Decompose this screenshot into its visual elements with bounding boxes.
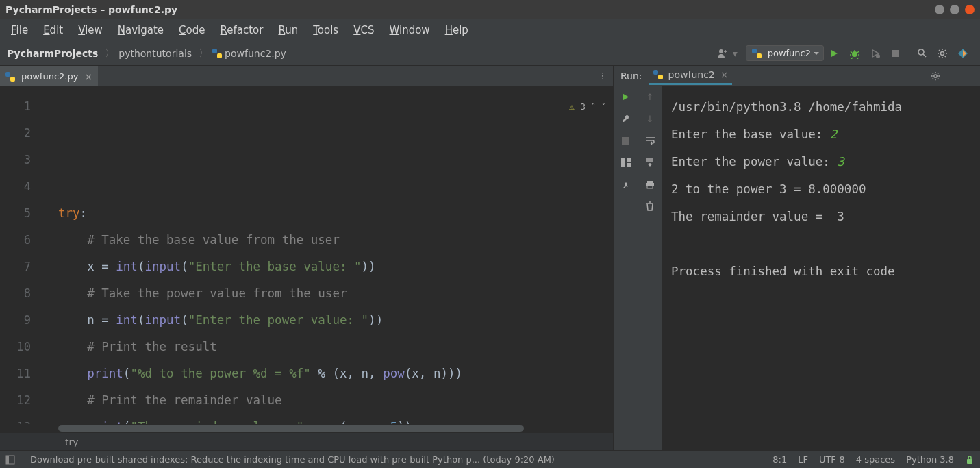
svg-rect-3 [892, 50, 899, 57]
search-everywhere-icon[interactable] [916, 47, 928, 60]
file-encoding[interactable]: UTF-8 [819, 454, 845, 465]
navigation-bar: PycharmProjects 〉 pythontutorials 〉 powf… [0, 41, 980, 66]
svg-rect-9 [627, 158, 631, 162]
svg-point-5 [941, 51, 944, 55]
editor-tab-row: powfunc2.py × ⋮ [0, 66, 613, 86]
up-arrow-icon[interactable]: ↑ [644, 90, 656, 103]
menu-help[interactable]: Help [438, 21, 475, 39]
status-bar: Download pre-built shared indexes: Reduc… [0, 450, 980, 468]
status-message[interactable]: Download pre-built shared indexes: Reduc… [30, 454, 555, 465]
run-button[interactable] [828, 47, 840, 60]
wrench-icon[interactable] [620, 112, 632, 125]
python-icon [752, 49, 762, 58]
console-output[interactable]: /usr/bin/python3.8 /home/fahmidaEnter th… [662, 86, 980, 450]
svg-rect-11 [647, 181, 653, 183]
menu-tools[interactable]: Tools [306, 21, 345, 39]
title-bar: PycharmProjects – powfunc2.py [0, 0, 980, 19]
menu-view[interactable]: View [71, 21, 110, 39]
trash-icon[interactable] [644, 200, 656, 212]
breadcrumb-root[interactable]: PycharmProjects [7, 48, 98, 59]
svg-point-4 [918, 49, 924, 55]
menu-run[interactable]: Run [271, 21, 305, 39]
python-file-icon [212, 49, 222, 58]
scroll-to-end-icon[interactable] [644, 156, 656, 169]
breadcrumb-file[interactable]: powfunc2.py [225, 48, 286, 59]
run-toolbar-left [614, 86, 638, 450]
maximize-button[interactable] [950, 5, 959, 14]
stop-button[interactable] [890, 47, 902, 60]
run-configuration-selector[interactable]: powfunc2 [746, 45, 824, 61]
file-tab[interactable]: powfunc2.py × [0, 66, 98, 86]
line-ending[interactable]: LF [798, 454, 808, 465]
line-gutter: 12345678910111213 [0, 86, 38, 424]
run-title: Run: [620, 71, 642, 82]
interpreter[interactable]: Python 3.8 [906, 454, 954, 465]
close-tab-icon[interactable]: × [84, 71, 92, 82]
menu-vcs[interactable]: VCS [347, 21, 381, 39]
layout-icon[interactable] [620, 156, 632, 169]
svg-point-6 [934, 74, 937, 77]
rerun-icon[interactable] [620, 90, 632, 103]
stop-icon[interactable] [620, 134, 632, 147]
run-tab[interactable]: powfunc2 × [649, 66, 733, 85]
menu-file[interactable]: File [4, 21, 35, 39]
editor-pane: powfunc2.py × ⋮ 12345678910111213 ⚠3 ˄˅ … [0, 66, 613, 450]
indent-setting[interactable]: 4 spaces [856, 454, 895, 465]
code-editor[interactable]: 12345678910111213 ⚠3 ˄˅ try: # Take the … [0, 86, 613, 424]
ide-logo-icon[interactable] [957, 47, 969, 60]
fold-gutter [38, 86, 58, 424]
window-title: PycharmProjects – powfunc2.py [5, 4, 177, 15]
print-icon[interactable] [644, 178, 656, 190]
menu-bar: FileEditViewNavigateCodeRefactorRunTools… [0, 19, 980, 41]
add-user-icon[interactable] [716, 47, 729, 60]
tool-windows-icon[interactable] [5, 455, 15, 465]
svg-point-2 [876, 54, 880, 58]
python-icon [653, 70, 663, 79]
editor-breadcrumb[interactable]: try [0, 432, 613, 450]
menu-code[interactable]: Code [172, 21, 212, 39]
svg-rect-15 [6, 456, 9, 464]
menu-navigate[interactable]: Navigate [111, 21, 171, 39]
run-settings-icon[interactable] [929, 70, 942, 82]
svg-point-1 [852, 51, 857, 57]
down-arrow-icon[interactable]: ↓ [644, 112, 656, 125]
svg-rect-10 [627, 163, 631, 167]
soft-wrap-icon[interactable] [644, 134, 656, 147]
menu-edit[interactable]: Edit [36, 21, 70, 39]
svg-rect-16 [967, 459, 972, 464]
lock-icon[interactable] [965, 455, 975, 465]
breadcrumb-folder[interactable]: pythontutorials [118, 48, 192, 59]
debug-button[interactable] [849, 47, 861, 60]
python-file-icon [5, 72, 15, 82]
tab-options-icon[interactable]: ⋮ [596, 70, 609, 82]
pin-icon[interactable] [620, 178, 632, 190]
close-button[interactable] [965, 5, 975, 14]
menu-refactor[interactable]: Refactor [214, 21, 271, 39]
minimize-button[interactable] [935, 5, 944, 14]
menu-window[interactable]: Window [382, 21, 436, 39]
svg-rect-8 [621, 158, 625, 167]
settings-icon[interactable] [936, 47, 948, 60]
hide-tool-window-icon[interactable]: — [957, 70, 969, 82]
caret-position[interactable]: 8:1 [772, 454, 787, 465]
coverage-button[interactable] [869, 47, 881, 60]
svg-rect-7 [622, 137, 629, 145]
inspection-widget[interactable]: ⚠3 ˄˅ [569, 93, 606, 120]
svg-point-0 [719, 49, 723, 53]
horizontal-scrollbar[interactable] [58, 424, 606, 432]
run-tool-window: Run: powfunc2 × — ↑ ↓ [613, 66, 980, 450]
run-toolbar-right: ↑ ↓ [638, 86, 662, 450]
